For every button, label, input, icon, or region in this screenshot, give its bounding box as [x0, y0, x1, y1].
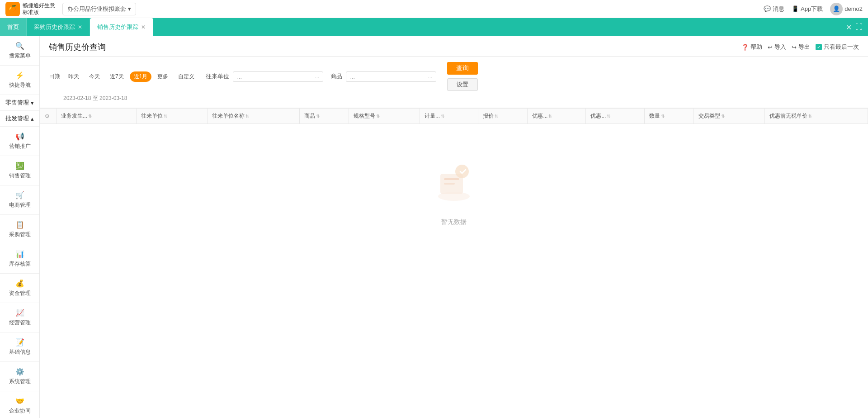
partner-input-placeholder: ... [237, 73, 315, 80]
date-btn-today[interactable]: 今天 [85, 71, 104, 82]
checkbox-icon: ✓ [816, 44, 822, 50]
col-partner-name[interactable]: 往来单位名称⇅ [207, 109, 300, 124]
sidebar-item-search-menu[interactable]: 🔍 搜索菜单 [0, 36, 39, 66]
ecommerce-icon: 🛒 [15, 191, 24, 200]
sidebar-item-purchase[interactable]: 📋 采购管理 [0, 215, 39, 244]
setting-button[interactable]: 设置 [447, 78, 478, 91]
sidebar-item-marketing[interactable]: 📢 营销推广 [0, 127, 39, 156]
sidebar-item-sales-mgmt-label: 销售管理 [9, 172, 31, 180]
maximize-window-button[interactable]: ⛶ [855, 23, 863, 31]
sidebar-item-sales-mgmt[interactable]: 💹 销售管理 [0, 156, 39, 185]
page-title: 销售历史价查询 [49, 42, 106, 52]
partner-input-icon: ... [315, 73, 319, 80]
inventory-icon: 📊 [15, 250, 24, 258]
svg-rect-3 [444, 183, 455, 185]
col-discount2[interactable]: 优惠...⇅ [586, 109, 644, 124]
import-button[interactable]: ↩ 导入 [768, 43, 786, 51]
sidebar-item-finance[interactable]: 💰 资金管理 [0, 274, 39, 303]
empty-text: 暂无数据 [441, 218, 467, 226]
logo-text: 畅捷通好生意 标准版 [23, 2, 55, 15]
sidebar-item-inventory[interactable]: 📊 库存核算 [0, 244, 39, 274]
tab-sales-history[interactable]: 销售历史价跟踪 ✕ [90, 18, 153, 36]
date-btn-last1m[interactable]: 近1月 [130, 71, 152, 82]
table-settings-icon[interactable]: ⚙ [45, 113, 50, 119]
user-menu[interactable]: 👤 demo2 [830, 3, 863, 15]
close-window-button[interactable]: ✕ [846, 23, 852, 32]
chevron-down-icon: ▾ [128, 5, 131, 12]
sidebar-item-quick-nav[interactable]: ⚡ 快捷导航 [0, 66, 39, 95]
date-btn-custom[interactable]: 自定义 [174, 71, 198, 82]
sidebar-item-operations[interactable]: 📈 经营管理 [0, 303, 39, 332]
sidebar-item-enterprise-collab[interactable]: 🤝 企业协同 [0, 391, 39, 418]
tab-home[interactable]: 首页 [0, 18, 27, 36]
col-partner-code[interactable]: 往来单位⇅ [136, 109, 207, 124]
tab-purchase-history[interactable]: 采购历史价跟踪 ✕ [27, 18, 90, 36]
partner-filter: 往来单位 ... ... [206, 71, 323, 82]
retail-mgmt-label: 零售管理 [5, 99, 29, 107]
export-button[interactable]: ↪ 导出 [792, 43, 810, 51]
avatar: 👤 [830, 3, 843, 15]
partner-filter-label: 往来单位 [206, 72, 229, 81]
tab-bar: 首页 采购历史价跟踪 ✕ 销售历史价跟踪 ✕ ✕ ⛶ [0, 18, 868, 36]
finance-icon: 💰 [15, 279, 24, 288]
tab-purchase-history-label: 采购历史价跟踪 [34, 23, 75, 31]
date-btn-more[interactable]: 更多 [153, 71, 172, 82]
help-button[interactable]: ❓ 帮助 [741, 43, 762, 51]
col-goods[interactable]: 商品⇅ [300, 109, 349, 124]
sidebar-item-quick-nav-label: 快捷导航 [9, 81, 31, 89]
purchase-icon: 📋 [15, 220, 24, 229]
message-button[interactable]: 💬 消息 [764, 5, 784, 13]
page-header: 销售历史价查询 ❓ 帮助 ↩ 导入 ↪ 导出 ✓ [40, 36, 868, 57]
top-bar: 🍊 畅捷通好生意 标准版 办公用品行业模拟账套 ▾ 💬 消息 📱 App下载 👤… [0, 0, 868, 18]
col-unit[interactable]: 计量...⇅ [420, 109, 478, 124]
query-button[interactable]: 查询 [447, 62, 478, 75]
export-icon: ↪ [792, 44, 797, 51]
system-mgmt-icon: ⚙️ [15, 367, 24, 376]
quick-nav-icon: ⚡ [15, 71, 24, 80]
sidebar-item-system-mgmt-label: 系统管理 [9, 378, 31, 385]
col-trade-type[interactable]: 交易类型⇅ [693, 109, 764, 124]
date-btn-yesterday[interactable]: 昨天 [64, 71, 83, 82]
date-btn-last7[interactable]: 近7天 [106, 71, 128, 82]
svg-rect-2 [444, 178, 459, 180]
sidebar-item-purchase-label: 采购管理 [9, 231, 31, 238]
show-last-once-toggle[interactable]: ✓ 只看最后一次 [816, 43, 859, 51]
content-area: 销售历史价查询 ❓ 帮助 ↩ 导入 ↪ 导出 ✓ [40, 36, 868, 418]
date-filter: 日期 昨天 今天 近7天 近1月 更多 自定义 [49, 71, 198, 82]
top-bar-right: 💬 消息 📱 App下载 👤 demo2 [764, 3, 863, 15]
basic-info-icon: 📝 [15, 338, 24, 347]
empty-illustration [431, 160, 476, 213]
app-download-button[interactable]: 📱 App下载 [792, 5, 823, 13]
logo-icon: 🍊 [5, 2, 20, 16]
tab-purchase-history-close[interactable]: ✕ [78, 24, 82, 30]
col-quantity[interactable]: 数量⇅ [644, 109, 693, 124]
sidebar-item-wholesale-mgmt[interactable]: 批发管理 ▴ [0, 111, 39, 127]
sidebar-item-ecommerce-label: 电商管理 [9, 201, 31, 209]
workspace-selector[interactable]: 办公用品行业模拟账套 ▾ [62, 3, 136, 15]
date-filter-label: 日期 [49, 72, 61, 81]
sidebar-item-system-mgmt[interactable]: ⚙️ 系统管理 [0, 362, 39, 391]
empty-state: 暂无数据 [40, 124, 868, 262]
sidebar-item-retail-mgmt[interactable]: 零售管理 ▾ [0, 95, 39, 111]
enterprise-collab-icon: 🤝 [15, 397, 24, 405]
tab-sales-history-close[interactable]: ✕ [141, 24, 146, 30]
sidebar-item-ecommerce[interactable]: 🛒 电商管理 [0, 185, 39, 215]
col-price[interactable]: 报价⇅ [478, 109, 528, 124]
sidebar-item-finance-label: 资金管理 [9, 290, 31, 297]
logo-area: 🍊 畅捷通好生意 标准版 [5, 2, 55, 16]
page-title-row: 销售历史价查询 ❓ 帮助 ↩ 导入 ↪ 导出 ✓ [49, 42, 859, 52]
partner-input[interactable]: ... ... [233, 71, 323, 82]
col-spec[interactable]: 规格型号⇅ [349, 109, 420, 124]
chevron-down-icon: ▾ [31, 100, 34, 106]
goods-input-placeholder: ... [350, 73, 428, 80]
import-icon: ↩ [768, 44, 773, 51]
help-icon: ❓ [741, 44, 749, 51]
sidebar-item-basic-info-label: 基础信息 [9, 348, 31, 356]
goods-input-icon: ... [428, 73, 432, 80]
sidebar-item-basic-info[interactable]: 📝 基础信息 [0, 332, 39, 362]
col-pretax-price[interactable]: 优惠前无税单价⇅ [764, 109, 868, 124]
goods-input[interactable]: ... ... [346, 71, 436, 82]
col-biz-date[interactable]: 业务发生...⇅ [57, 109, 137, 124]
search-icon: 🔍 [15, 42, 24, 50]
col-discount1[interactable]: 优惠...⇅ [528, 109, 586, 124]
